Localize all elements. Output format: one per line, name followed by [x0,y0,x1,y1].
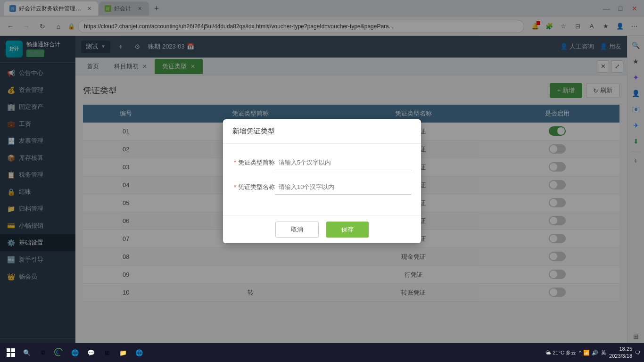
field-short-input[interactable] [275,155,412,170]
taskbar-time: 18:25 [609,346,632,353]
taskbar-wifi-icon[interactable]: 📶 [583,350,590,356]
svg-rect-3 [11,353,15,357]
taskbar: 🔍 ⧉ 🌐 💬 ⊞ 📁 🌐 🌥 21°C 多云 ^ 📶 🔊 英 18:25 20… [0,343,644,362]
weather-text: 21°C 多云 [553,349,576,356]
svg-rect-1 [11,348,15,352]
taskbar-search-btn[interactable]: 🔍 [20,346,34,360]
save-button[interactable]: 保存 [326,222,369,238]
taskbar-multitask-btn[interactable]: ⧉ [36,346,50,360]
taskbar-chrome-btn[interactable]: 🌐 [68,346,82,360]
taskbar-folder-btn[interactable]: 📁 [116,346,130,360]
taskbar-edge-btn[interactable] [52,346,66,360]
svg-rect-0 [7,348,10,352]
taskbar-sys-icons: ^ 📶 🔊 [579,350,598,356]
field-name-input[interactable] [275,180,412,195]
svg-rect-2 [7,353,10,357]
taskbar-wechat-btn[interactable]: 💬 [84,346,98,360]
taskbar-weather: 🌥 21°C 多云 [545,349,576,356]
start-menu-btn[interactable] [4,346,18,360]
dialog-body: *凭证类型简称 *凭证类型名称 [223,144,421,215]
taskbar-expand-icon[interactable]: ^ [579,350,581,355]
dialog-header: 新增凭证类型 [223,119,421,144]
required-star-short: * [234,159,236,166]
taskbar-time-display: 18:25 2023/3/18 [609,346,632,360]
form-row-name: *凭证类型名称 [232,180,412,195]
required-star-name: * [234,183,236,190]
cancel-button[interactable]: 取消 [275,222,319,238]
taskbar-apps-btn[interactable]: ⊞ [100,346,114,360]
form-label-short: *凭证类型简称 [232,158,275,167]
taskbar-edge2-btn[interactable]: 🌐 [132,346,146,360]
form-label-name: *凭证类型名称 [232,183,275,191]
dialog-footer: 取消 保存 [223,215,421,243]
form-row-short: *凭证类型简称 [232,155,412,170]
dialog-overlay: 新增凭证类型 *凭证类型简称 *凭证类型名称 取消 保存 [0,0,644,362]
taskbar-lang: 英 [601,349,606,356]
taskbar-sound-icon[interactable]: 🔊 [592,350,598,356]
dialog: 新增凭证类型 *凭证类型简称 *凭证类型名称 取消 保存 [223,119,421,243]
taskbar-notification-btn[interactable]: 🗨 [635,350,640,355]
taskbar-date: 2023/3/18 [609,353,632,360]
